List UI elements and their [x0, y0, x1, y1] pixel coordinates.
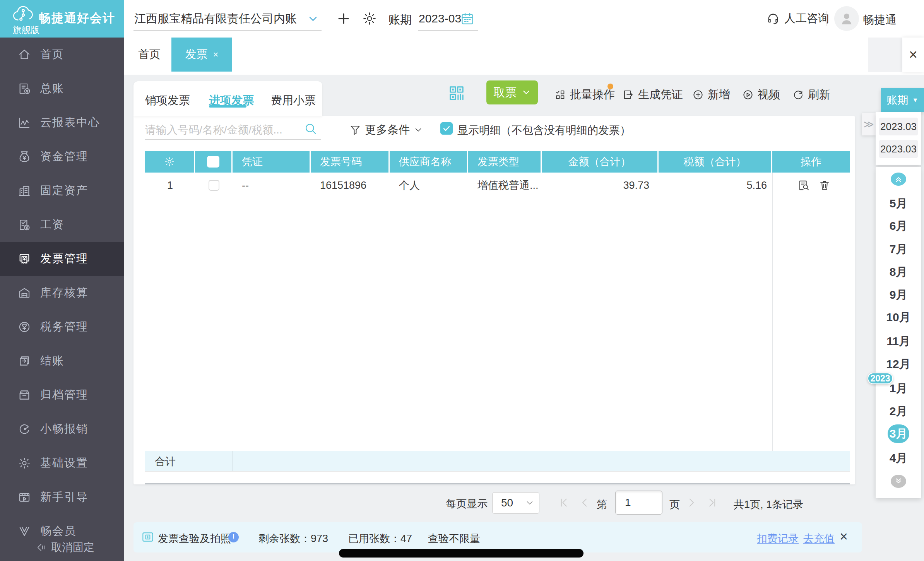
period-panel-button[interactable]: 账期 ▼ — [881, 88, 924, 112]
tab-close-icon[interactable]: × — [213, 49, 218, 60]
month-item-11[interactable]: 11月 — [876, 335, 921, 347]
double-chevron-up-icon — [894, 174, 903, 184]
header-tax[interactable]: 税额（合计） — [659, 151, 771, 173]
gear-icon[interactable] — [362, 11, 377, 26]
calendar-icon[interactable] — [460, 12, 474, 26]
more-filters-label: 更多条件 — [365, 122, 410, 138]
sidebar-item-inventory[interactable]: 库存核算 — [0, 276, 124, 310]
row-checkbox[interactable] — [209, 180, 219, 191]
header-supplier[interactable]: 供应商名称 — [390, 151, 467, 173]
month-item-5[interactable]: 5月 — [876, 197, 921, 210]
header-operations-label: 操作 — [801, 155, 821, 169]
add-new-button[interactable]: 新增 — [692, 87, 730, 103]
avatar[interactable] — [834, 6, 859, 31]
tab-home[interactable]: 首页 — [128, 38, 170, 72]
period-start-input[interactable]: 2023.03 — [879, 118, 918, 135]
header-invoice-no[interactable]: 发票号码 — [311, 151, 388, 173]
month-item-2[interactable]: 2月 — [876, 405, 921, 417]
header-amount[interactable]: 金额（合计） — [542, 151, 657, 173]
month-item-8[interactable]: 8月 — [876, 266, 921, 278]
sidebar-item-payroll[interactable]: 工资 — [0, 208, 124, 242]
unpin-arrow-icon — [36, 542, 46, 553]
month-item-12[interactable]: 12月 — [876, 358, 921, 370]
collapse-panel-button[interactable]: ≫ — [862, 113, 876, 135]
sidebar-item-fixed-assets[interactable]: 固定资产 — [0, 174, 124, 208]
month-item-9[interactable]: 9月 — [876, 289, 921, 301]
period-underline — [418, 30, 478, 31]
close-tabs-button[interactable]: × — [902, 38, 924, 72]
sidebar-item-funds[interactable]: 资金管理 — [0, 140, 124, 174]
scroll-months-up-button[interactable] — [891, 173, 906, 186]
sidebar-item-general-ledger[interactable]: 总账 — [0, 72, 124, 106]
batch-operations-button[interactable]: 批量操作 — [554, 87, 615, 103]
view-detail-icon[interactable] — [797, 179, 810, 192]
fee-records-link[interactable]: 扣费记录 — [757, 532, 799, 546]
delete-icon[interactable] — [819, 180, 830, 191]
consult-button[interactable]: 人工咨询 — [767, 9, 829, 28]
scroll-strip[interactable] — [145, 471, 850, 483]
month-list-panel: 5月 6月 7月 8月 9月 10月 11月 12月 1月 2月 3月 4月 — [876, 167, 921, 498]
header-operations[interactable]: 操作 — [772, 151, 850, 173]
month-item-6[interactable]: 6月 — [876, 220, 921, 232]
status-close-icon[interactable]: × — [840, 529, 848, 545]
sidebar-item-expense[interactable]: 小畅报销 — [0, 412, 124, 446]
tax-coin-icon — [18, 320, 31, 334]
header-settings-cell[interactable] — [145, 151, 194, 173]
sidebar-item-settings[interactable]: 基础设置 — [0, 446, 124, 480]
month-item-3-selected[interactable]: 3月 — [888, 424, 909, 443]
month-item-10[interactable]: 10月 — [876, 311, 921, 323]
sidebar-item-cloud-reports[interactable]: 云报表中心 — [0, 106, 124, 140]
header-amount-label: 金额（合计） — [568, 155, 631, 169]
refresh-button[interactable]: 刷新 — [792, 87, 830, 103]
generate-voucher-button[interactable]: 生成凭证 — [623, 87, 683, 103]
show-detail-checkbox[interactable] — [440, 122, 453, 135]
page-number-input[interactable] — [615, 491, 662, 515]
more-filters-button[interactable]: 更多条件 — [349, 121, 423, 139]
sidebar-label: 新手引导 — [40, 489, 88, 505]
sidebar-item-invoice-management[interactable]: 发票管理 — [0, 242, 124, 276]
sidebar-item-guide[interactable]: 新手引导 — [0, 480, 124, 514]
funnel-icon — [349, 124, 361, 136]
search-icon[interactable] — [304, 122, 317, 135]
last-page-button[interactable] — [707, 497, 718, 508]
sidebar-item-archive[interactable]: 归档管理 — [0, 378, 124, 412]
tab-invoice[interactable]: 发票 × — [171, 38, 232, 72]
recharge-link[interactable]: 去充值 — [803, 532, 835, 546]
month-item-7[interactable]: 7月 — [876, 243, 921, 255]
chevron-down-icon[interactable] — [307, 13, 319, 25]
next-page-button[interactable] — [686, 497, 697, 508]
sidebar-item-home[interactable]: 首页 — [0, 38, 124, 72]
fetch-ticket-button[interactable]: 取票 — [486, 80, 538, 104]
first-page-button[interactable] — [558, 497, 570, 508]
company-selector[interactable]: 江西服宝精品有限责任公司内账 — [134, 8, 297, 29]
add-account-icon[interactable] — [337, 12, 351, 26]
period-range-box: 2023.03 2023.03 — [876, 112, 921, 165]
per-page-select[interactable]: 50 — [492, 492, 539, 514]
subtab-expense-receipt[interactable]: 费用小票 — [271, 93, 316, 108]
header-voucher[interactable]: 凭证 — [233, 151, 310, 173]
period-value[interactable]: 2023-03 — [419, 12, 461, 25]
brand-title: 畅捷通好会计 — [39, 10, 115, 26]
row-amount: 39.73 — [542, 173, 649, 198]
horizontal-scrollbar[interactable] — [145, 483, 850, 484]
home-indicator[interactable] — [339, 549, 583, 558]
sidebar-item-tax[interactable]: 税务管理 — [0, 310, 124, 344]
scroll-months-down-button[interactable] — [891, 475, 906, 488]
subtab-sales-invoice[interactable]: 销项发票 — [145, 93, 190, 108]
header-select-all-cell[interactable] — [195, 151, 231, 173]
previous-page-button[interactable] — [579, 497, 590, 508]
period-end-input[interactable]: 2023.03 — [879, 140, 918, 158]
search-input[interactable] — [145, 121, 321, 140]
qr-scan-icon[interactable] — [448, 84, 465, 102]
select-all-checkbox[interactable] — [207, 156, 219, 168]
video-help-button[interactable]: 视频 — [742, 87, 780, 103]
month-item-4[interactable]: 4月 — [876, 452, 921, 464]
ledger-icon — [18, 82, 31, 95]
info-icon[interactable]: ! — [228, 532, 239, 542]
username[interactable]: 畅捷通 — [863, 12, 897, 28]
sidebar-item-closing[interactable]: 结账 — [0, 344, 124, 378]
table-row[interactable]: 1 -- 16151896 个人 增值税普通... 39.73 5.16 — [145, 173, 850, 198]
chevron-down-icon — [522, 88, 531, 97]
unpin-sidebar-button[interactable]: 取消固定 — [0, 539, 124, 556]
header-invoice-type[interactable]: 发票类型 — [468, 151, 541, 173]
